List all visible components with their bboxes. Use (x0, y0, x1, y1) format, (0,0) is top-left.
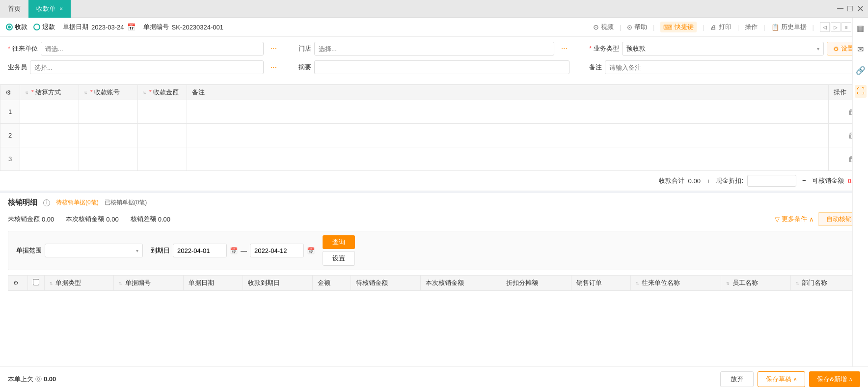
history-label: 历史单据 (781, 23, 807, 31)
row3-remark[interactable] (187, 147, 829, 171)
account-col: ⇅ * 收款账号 (79, 85, 138, 100)
counterpart-field: * 往来单位 ··· (8, 42, 279, 56)
wt-employee-col: ⇅ 员工名称 (721, 276, 790, 291)
calendar-from-icon[interactable]: 📅 (230, 247, 238, 254)
counterpart-input[interactable] (41, 42, 264, 56)
abandon-btn[interactable]: 放弃 (720, 371, 754, 387)
salesperson-more-btn[interactable]: ··· (269, 63, 279, 72)
bill-no-value: SK-20230324-001 (172, 24, 224, 31)
row3-settle[interactable] (20, 147, 79, 171)
shop-input[interactable] (314, 42, 554, 56)
wt-checkbox-col[interactable] (28, 276, 45, 291)
save-arrow-icon: ∧ (849, 376, 852, 382)
stats-row: 未核销金额 0.00 本次核销金额 0.00 核销差额 0.00 ▽ 更多条件 … (8, 212, 860, 226)
shop-field: 门店 ··· (298, 42, 570, 56)
mail-sidebar-icon[interactable]: ✉ (855, 43, 866, 56)
save-new-btn[interactable]: 保存&新增 ∧ (809, 371, 860, 387)
date-label: 单据日期 (63, 23, 88, 31)
prev-layout-icon[interactable]: ◁ (820, 22, 830, 32)
footer-actions: 放弃 保存草稿 ∧ 保存&新增 ∧ (720, 371, 860, 387)
shortcut-label: 快捷键 (675, 23, 694, 31)
calendar-to-icon[interactable]: 📅 (307, 247, 315, 254)
receipt-radio-dot (6, 24, 13, 30)
discount-label: 现金折扣: (716, 176, 743, 185)
next-layout-icon[interactable]: ▷ (831, 22, 841, 32)
shop-label: 门店 (298, 44, 311, 53)
history-icon: 📋 (771, 24, 779, 31)
pending-link[interactable]: 待核销单据(0笔) (56, 198, 99, 207)
total-label: 收款合计 (659, 176, 684, 185)
query-btn[interactable]: 查询 (323, 235, 355, 249)
row1-amount[interactable] (138, 100, 187, 124)
row3-account[interactable] (79, 147, 138, 171)
maximize-icon[interactable]: □ (847, 3, 853, 14)
summary-label: 摘要 (298, 63, 311, 72)
done-label[interactable]: 已核销单据(0笔) (105, 198, 147, 207)
toolbar-right-actions: ⊙ 视频 | ⊙ 帮助 | ⌨ 快捷键 | 🖨 打印 | 操作 | (593, 22, 862, 32)
business-type-label: * 业务类型 (589, 44, 619, 53)
row1-remark[interactable] (187, 100, 829, 124)
remarks-input[interactable] (605, 60, 860, 74)
diff-label: 核销差额 (131, 215, 156, 223)
save-draft-btn[interactable]: 保存草稿 ∧ (758, 371, 805, 387)
row1-settle[interactable] (20, 100, 79, 124)
help-btn[interactable]: ⊙ 帮助 (627, 23, 647, 31)
date-from-input[interactable] (173, 244, 227, 257)
close-icon[interactable]: ✕ (857, 3, 864, 14)
salesperson-input[interactable] (30, 60, 264, 74)
discount-input[interactable] (747, 175, 796, 187)
tab-receipt[interactable]: 收款单 × (28, 0, 71, 18)
select-all-checkbox[interactable] (33, 279, 39, 285)
wt-discount-col: 折扣分摊额 (501, 276, 571, 291)
date-to-input[interactable] (250, 244, 304, 257)
bill-range-label: 单据范围 (16, 246, 42, 255)
info-icon[interactable]: i (43, 199, 50, 206)
minimize-icon[interactable]: ─ (837, 3, 843, 14)
summary-input[interactable] (314, 60, 570, 74)
unwritten-stat: 未核销金额 0.00 (8, 215, 54, 223)
tab-close-icon[interactable]: × (59, 5, 63, 12)
video-btn[interactable]: ⊙ 视频 (593, 23, 614, 31)
tab-home-label: 首页 (8, 4, 21, 13)
filter-settings-btn[interactable]: 设置 (323, 251, 355, 266)
link-sidebar-icon[interactable]: 🔗 (854, 64, 868, 77)
list-layout-icon[interactable]: ≡ (841, 22, 851, 32)
right-sidebar: ▦ ✉ 🔗 ⛶ (852, 18, 868, 391)
print-btn[interactable]: 🖨 打印 (710, 23, 732, 31)
more-conditions-btn[interactable]: ▽ 更多条件 ∧ (775, 215, 814, 223)
counterpart-more-btn[interactable]: ··· (269, 44, 279, 53)
receipt-radio[interactable]: 收款 (6, 23, 27, 31)
shop-more-btn[interactable]: ··· (559, 44, 570, 53)
more-conditions-label: 更多条件 (782, 215, 807, 223)
table-gear-col[interactable]: ⚙ (0, 85, 20, 100)
total-value: 0.00 (688, 177, 701, 185)
expand-sidebar-icon[interactable]: ⛶ (855, 85, 867, 98)
tab-home[interactable]: 首页 (0, 0, 28, 18)
refund-radio[interactable]: 退款 (33, 23, 55, 31)
table-sidebar-icon[interactable]: ▦ (855, 22, 866, 35)
current-writeoff-value: 0.00 (106, 216, 118, 223)
circle-play-icon: ⊙ (593, 23, 599, 31)
business-type-select[interactable]: 预收款 ▾ (622, 42, 824, 56)
bill-no-field: 单据编号 SK-20230324-001 (143, 23, 224, 31)
writeoff-section: 核销明细 i 待核销单据(0笔) 已核销单据(0笔) 未核销金额 0.00 本次… (0, 191, 868, 296)
shortcut-btn[interactable]: ⌨ 快捷键 (660, 22, 697, 32)
wt-gear-col[interactable]: ⚙ (8, 276, 28, 291)
row2-account[interactable] (79, 124, 138, 147)
row3-amount[interactable] (138, 147, 187, 171)
wt-counterpart-col: ⇅ 往来单位名称 (630, 276, 721, 291)
row2-remark[interactable] (187, 124, 829, 147)
history-btn[interactable]: 📋 历史单据 (771, 23, 807, 31)
chevron-down-icon: ▾ (817, 46, 819, 52)
row2-settle[interactable] (20, 124, 79, 147)
main-content: 收款 退款 单据日期 2023-03-24 📅 单据编号 SK-20230324… (0, 18, 868, 391)
help-label: 帮助 (634, 23, 647, 31)
row1-account[interactable] (79, 100, 138, 124)
bill-range-select[interactable]: ▾ (45, 244, 143, 257)
writeoff-title: 核销明细 (8, 198, 37, 207)
footer-info-icon[interactable]: ⓪ (35, 375, 42, 384)
form-row-1: * 往来单位 ··· 门店 ··· * 业务类型 预 (8, 42, 860, 56)
row2-amount[interactable] (138, 124, 187, 147)
calendar-icon[interactable]: 📅 (127, 23, 136, 31)
operation-btn[interactable]: 操作 (745, 23, 758, 31)
